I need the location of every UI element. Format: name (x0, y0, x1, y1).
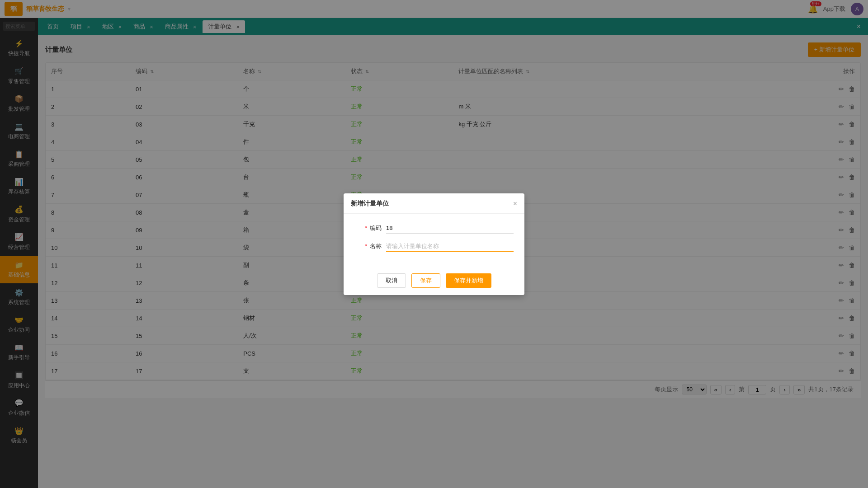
save-button[interactable]: 保存 (411, 273, 440, 288)
modal-overlay: 新增计量单位 × * 编码 * 名称 取消 保存 保存并新增 (0, 0, 868, 488)
modal-body: * 编码 * 名称 (344, 214, 524, 268)
code-input[interactable] (386, 223, 514, 234)
form-row-name: * 名称 (354, 241, 514, 252)
save-and-new-button[interactable]: 保存并新增 (446, 273, 491, 288)
cancel-button[interactable]: 取消 (377, 273, 406, 288)
name-input[interactable] (386, 241, 514, 252)
required-mark-name: * (365, 243, 367, 249)
code-label: * 编码 (354, 224, 382, 232)
name-label: * 名称 (354, 242, 382, 250)
modal-close-button[interactable]: × (513, 200, 517, 207)
modal-footer: 取消 保存 保存并新增 (344, 268, 524, 295)
required-mark: * (365, 225, 367, 231)
modal-title: 新增计量单位 (351, 200, 389, 208)
add-unit-modal: 新增计量单位 × * 编码 * 名称 取消 保存 保存并新增 (344, 193, 524, 295)
form-row-code: * 编码 (354, 223, 514, 234)
modal-header: 新增计量单位 × (344, 193, 524, 214)
